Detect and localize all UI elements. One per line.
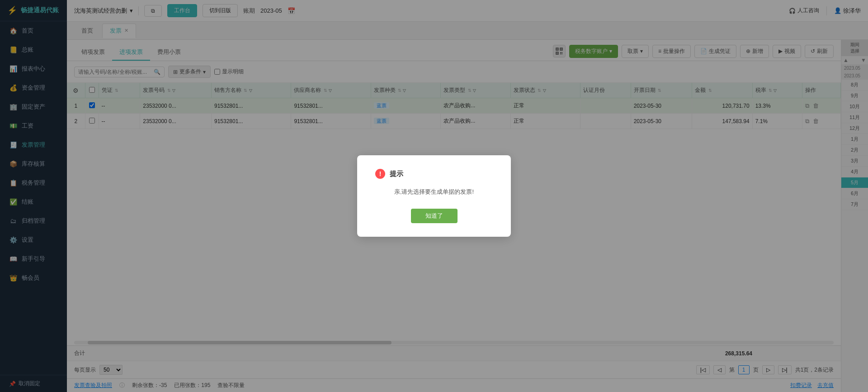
modal-overlay[interactable]: ! 提示 亲,请先选择要生成单据的发票! 知道了: [0, 0, 868, 392]
modal-title-row: ! 提示: [375, 169, 403, 179]
modal-title: 提示: [390, 170, 403, 178]
modal-warning-icon: !: [375, 169, 385, 179]
alert-modal: ! 提示 亲,请先选择要生成单据的发票! 知道了: [357, 155, 511, 237]
modal-confirm-btn[interactable]: 知道了: [411, 209, 458, 223]
modal-message: 亲,请先选择要生成单据的发票!: [394, 188, 474, 196]
